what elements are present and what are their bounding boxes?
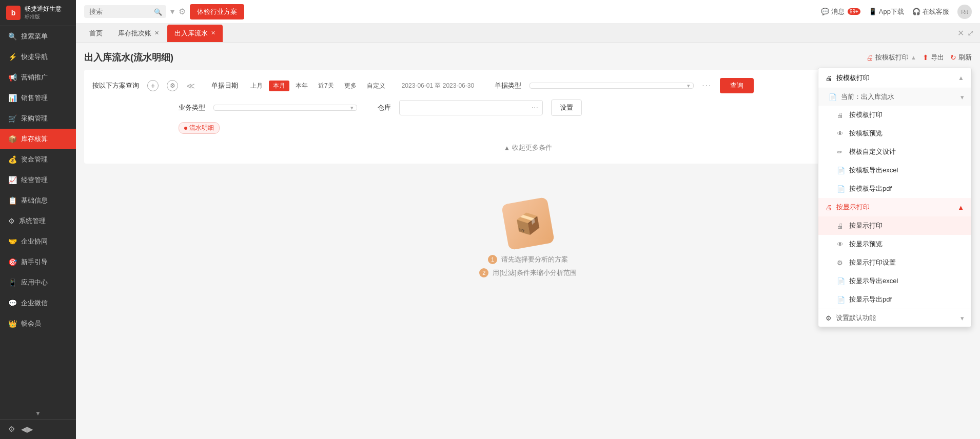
add-filter-btn[interactable]: + (147, 80, 159, 91)
app-download-btn[interactable]: 📱 App下载 (869, 7, 904, 16)
sidebar-item-vip[interactable]: 👑 畅会员 (0, 313, 76, 334)
print-template-design[interactable]: ✏ 模板自定义设计 (818, 143, 971, 161)
print-template-print[interactable]: 🖨 按模板打印 (818, 106, 971, 124)
app-logo-icon: b (6, 6, 21, 20)
apps-icon: 📱 (8, 278, 17, 287)
print-display-excel[interactable]: 📄 按显示导出excel (818, 272, 971, 290)
sidebar-item-corp[interactable]: 🤝 企业协同 (0, 231, 76, 252)
sidebar-item-purchase[interactable]: 🛒 采购管理 (0, 108, 76, 129)
sidebar-item-wechat[interactable]: 💬 企业微信 (0, 293, 76, 313)
print-panel-header[interactable]: 🖨 按模板打印 ▲ (818, 68, 971, 88)
sidebar-item-guide[interactable]: 🎯 新手引导 (0, 252, 76, 272)
settings-icon[interactable]: ⚙ (8, 425, 15, 434)
refresh-icon: ↻ (950, 53, 956, 62)
empty-illustration: 📦 (501, 197, 555, 250)
sidebar-item-finance[interactable]: 💰 资金管理 (0, 149, 76, 170)
sidebar-item-label: 资金管理 (21, 155, 48, 164)
date-more[interactable]: 更多 (340, 81, 361, 91)
print-display-pdf[interactable]: 📄 按显示导出pdf (818, 290, 971, 309)
industry-btn[interactable]: 体验行业方案 (190, 4, 244, 19)
sidebar-item-ops[interactable]: 📈 经营管理 (0, 170, 76, 190)
export-icon: ⬆ (923, 53, 929, 62)
print-panel-title: 按模板打印 (836, 73, 870, 83)
print-display-section-header[interactable]: 🖨 按显示打印 ▲ (818, 198, 971, 216)
print-template-pdf[interactable]: 📄 按模板导出pdf (818, 179, 971, 198)
query-btn[interactable]: 查询 (720, 78, 754, 93)
template-print-btn[interactable]: 🖨 按模板打印 ▲ (866, 53, 916, 62)
settings-btn[interactable]: 设置 (551, 99, 582, 116)
print-display-preview[interactable]: 👁 按显示预览 (818, 235, 971, 253)
print-display-settings[interactable]: ⚙ 按显示打印设置 (818, 253, 971, 272)
doc-icon: 📄 (829, 93, 837, 101)
sidebar-item-label: 企业协同 (21, 237, 48, 246)
print-panel-footer[interactable]: ⚙ 设置默认功能 ▾ (818, 309, 971, 327)
date-last-month[interactable]: 上月 (246, 81, 267, 91)
topbar-right: 💬 消息 99+ 📱 App下载 🎧 在线客服 Rit (821, 5, 972, 19)
date-this-year[interactable]: 本年 (291, 81, 312, 91)
notifications-btn[interactable]: 💬 消息 99+ (821, 7, 860, 16)
page-content: 出入库流水(流水明细) 🖨 按模板打印 ▲ ⬆ 导出 ↻ 刷新 (76, 43, 980, 439)
inout-flow-tab-label: 出入库流水 (174, 29, 208, 38)
display-section-label: 按显示打印 (836, 203, 870, 212)
sidebar-item-label: 畅会员 (21, 319, 41, 328)
display-printer-icon: 🖨 (837, 222, 845, 230)
sidebar-item-sales[interactable]: 📊 销售管理 (0, 88, 76, 108)
sidebar-item-apps[interactable]: 📱 应用中心 (0, 272, 76, 293)
display-section-chevron: ▲ (957, 204, 964, 211)
inout-flow-tab-close[interactable]: ✕ (211, 30, 215, 36)
edit-item-icon: ✏ (837, 148, 845, 156)
inventory-icon: 📦 (8, 135, 17, 143)
tab-inout-flow[interactable]: 出入库流水 ✕ (167, 25, 223, 42)
voucher-type-chevron-icon: ▾ (687, 83, 690, 89)
sidebar-item-label: 经营管理 (21, 175, 48, 185)
more-options-btn[interactable]: ··· (702, 81, 712, 90)
sidebar-item-marketing[interactable]: 📢 营销推广 (0, 67, 76, 88)
refresh-btn[interactable]: ↻ 刷新 (950, 53, 972, 62)
tab-batch-account[interactable]: 库存批次账 ✕ (111, 25, 166, 42)
sidebar: b 畅捷通好生意 标准版 🔍 搜索菜单 ⚡ 快捷导航 📢 营销推广 📊 销售管理… (0, 0, 76, 439)
finance-icon: 💰 (8, 155, 17, 164)
batch-account-tab-label: 库存批次账 (118, 29, 151, 38)
chevron-up-icon: ▲ (911, 54, 916, 61)
sidebar-item-label: 应用中心 (21, 278, 48, 287)
main-area: 🔍 ▾ ⚙ 体验行业方案 💬 消息 99+ 📱 App下载 🎧 在线客服 (76, 0, 980, 439)
biz-type-label: 业务类型 (179, 103, 205, 112)
customer-service-btn[interactable]: 🎧 在线客服 (912, 7, 949, 16)
print-template-preview[interactable]: 👁 按模板预览 (818, 124, 971, 143)
tab-bar: 首页 库存批次账 ✕ 出入库流水 ✕ ✕ ⤢ (76, 24, 980, 43)
sidebar-item-inventory[interactable]: 📦 库存核算 (0, 129, 76, 149)
sidebar-scroll-down[interactable]: ▼ (0, 408, 76, 419)
date-this-month[interactable]: 本月 (269, 81, 289, 91)
filter-settings-btn[interactable]: ⚙ (167, 80, 178, 91)
export-btn[interactable]: ⬆ 导出 (923, 53, 944, 62)
batch-account-tab-close[interactable]: ✕ (154, 30, 159, 36)
home-tab-label: 首页 (89, 29, 103, 38)
topbar-settings-icon[interactable]: ⚙ (179, 7, 186, 16)
date-custom[interactable]: 自定义 (363, 81, 389, 91)
date-field-label: 单据日期 (211, 81, 238, 90)
sidebar-item-quick-nav[interactable]: ⚡ 快捷导航 (0, 47, 76, 67)
filter-collapse-left-icon[interactable]: ≪ (186, 81, 195, 91)
user-menu[interactable]: Rit (957, 5, 972, 19)
warehouse-more-icon: ··· (532, 103, 538, 112)
filter-tag-flow[interactable]: 流水明细 (179, 122, 220, 134)
collapse-sidebar-icon[interactable]: ◀▶ (21, 425, 33, 434)
close-window-icon[interactable]: ✕ (957, 28, 964, 38)
sidebar-item-label: 销售管理 (21, 93, 48, 103)
sidebar-item-system[interactable]: ⚙ 系统管理 (0, 211, 76, 231)
warehouse-select[interactable]: ··· (399, 100, 543, 115)
headset-icon: 🎧 (912, 8, 920, 15)
notifications-label: 消息 (831, 7, 845, 16)
print-template-excel[interactable]: 📄 按模板导出excel (818, 161, 971, 179)
sidebar-item-basic[interactable]: 📋 基础信息 (0, 190, 76, 211)
phone-icon: 📱 (869, 8, 877, 15)
voucher-type-select[interactable]: ▾ (530, 83, 694, 89)
date-last-7[interactable]: 近7天 (314, 81, 338, 91)
print-current-chevron: ▾ (961, 93, 964, 101)
biz-type-select[interactable]: ▾ (213, 105, 357, 111)
sidebar-item-search[interactable]: 🔍 搜索菜单 (0, 26, 76, 47)
maximize-window-icon[interactable]: ⤢ (967, 28, 974, 38)
tab-home[interactable]: 首页 (82, 25, 110, 42)
print-display-print[interactable]: 🖨 按显示打印 (818, 216, 971, 235)
topbar-dropdown-icon[interactable]: ▾ (170, 7, 174, 16)
